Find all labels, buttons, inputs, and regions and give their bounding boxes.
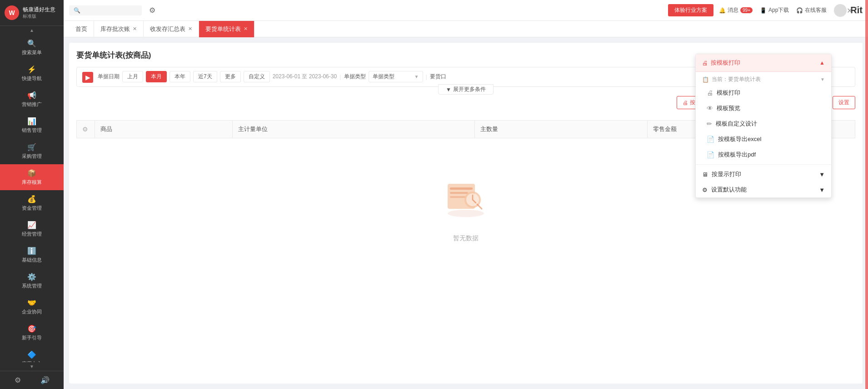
- type-select[interactable]: 单据类型 ▼: [369, 71, 423, 82]
- filter-expand-arrow[interactable]: ▶: [82, 72, 93, 83]
- app-logo-icon: W: [5, 5, 19, 20]
- search-icon: 🔍: [27, 39, 36, 48]
- system-icon: ⚙️: [27, 273, 36, 281]
- tpd-header-left: 🖨 按模板打印: [702, 59, 740, 67]
- tpd-header[interactable]: 🖨 按模板打印 ▲: [696, 54, 831, 72]
- date-custom[interactable]: 自定义: [244, 71, 270, 82]
- svg-line-7: [477, 204, 482, 209]
- col-quantity: 主数量: [475, 121, 648, 138]
- date-more[interactable]: 更多: [220, 71, 241, 82]
- tpd-display-icon: 🖥: [702, 171, 708, 178]
- col-settings[interactable]: ⚙: [77, 121, 95, 138]
- date-7days[interactable]: 近7天: [193, 71, 217, 82]
- topbar-search[interactable]: 🔍: [69, 5, 142, 15]
- tpd-current-icon: 📋: [702, 76, 709, 83]
- select-arrow-icon: ▼: [414, 74, 419, 79]
- tab-receipt-summary[interactable]: 收发存汇总表 ✕: [144, 21, 199, 37]
- notification-badge: 99+: [740, 7, 753, 13]
- sidebar-scroll-down[interactable]: ▼: [0, 362, 64, 371]
- settings-btn[interactable]: 设置: [833, 96, 855, 109]
- sidebar-item-basic[interactable]: ℹ️ 基础信息: [0, 242, 64, 268]
- sidebar-bottom: ⚙ 🔊: [0, 371, 64, 389]
- date-range-display: 2023-06-01 至 2023-06-30: [273, 73, 337, 81]
- sidebar-item-marketing[interactable]: 📢 营销推广: [0, 86, 64, 112]
- gear-icon[interactable]: ⚙: [149, 6, 155, 15]
- sidebar-item-purchase[interactable]: 🛒 采购管理: [0, 138, 64, 164]
- sidebar-scroll-up[interactable]: ▲: [0, 26, 64, 35]
- marketing-icon: 📢: [27, 91, 36, 100]
- date-this-year[interactable]: 本年: [170, 71, 190, 82]
- bell-icon: 🔔: [719, 7, 726, 14]
- template-print-dropdown: 🖨 按模板打印 ▲ 📋 当前：要货单统计表 ▼ 🖨 模板打印: [695, 54, 832, 198]
- download-icon: 📱: [760, 7, 767, 14]
- sidebar-item-shortcut[interactable]: ⚡ 快捷导航: [0, 61, 64, 86]
- sidebar-item-operations[interactable]: 📈 经营管理: [0, 216, 64, 242]
- tab-home[interactable]: 首页: [69, 21, 94, 37]
- sidebar-item-sales[interactable]: 📊 销售管理: [0, 112, 64, 138]
- shortcut-icon: ⚡: [27, 65, 36, 74]
- tpd-display-print-left: 🖥 按显示打印: [702, 170, 741, 178]
- empty-illustration: [439, 175, 493, 229]
- tpd-custom-icon: ✏: [707, 120, 712, 127]
- tpd-item-template-print[interactable]: 🖨 模板打印: [696, 85, 831, 101]
- search-topbar-icon: 🔍: [74, 7, 80, 14]
- sidebar-item-apps[interactable]: 🔷 应用中心: [0, 346, 64, 362]
- svg-rect-4: [450, 196, 466, 198]
- sidebar-item-search[interactable]: 🔍 搜索菜单: [0, 35, 64, 61]
- tab-inventory-batch[interactable]: 库存批次账 ✕: [94, 21, 144, 37]
- maximize-window-icon[interactable]: ⛶: [855, 6, 863, 15]
- tpd-printer-icon: 🖨: [702, 60, 708, 66]
- tpd-display-arrow: ▼: [819, 171, 825, 178]
- tpd-item-template-custom[interactable]: ✏ 模板自定义设计: [696, 116, 831, 131]
- close-window-icon[interactable]: ✕: [847, 6, 853, 15]
- tpd-collapse-icon: ▲: [819, 60, 825, 66]
- inventory-icon: 📦: [27, 169, 36, 177]
- tpd-item-template-preview[interactable]: 👁 模板预览: [696, 101, 831, 116]
- resize-handle[interactable]: [865, 0, 868, 389]
- notifications-btn[interactable]: 🔔 消息 99+: [719, 6, 753, 14]
- sales-icon: 📊: [27, 117, 36, 126]
- tpd-display-print-row[interactable]: 🖥 按显示打印 ▼: [696, 167, 831, 182]
- finance-icon: 💰: [27, 195, 36, 203]
- apps-icon: 🔷: [27, 350, 36, 359]
- app-download-btn[interactable]: 📱 App下载: [760, 6, 789, 14]
- tpd-print-icon: 🖨: [707, 89, 713, 96]
- date-last-month[interactable]: 上月: [122, 71, 143, 82]
- date-this-month[interactable]: 本月: [146, 71, 167, 82]
- close-tab-receipt-summary[interactable]: ✕: [188, 26, 192, 32]
- window-controls: ✕ ⛶: [847, 6, 863, 15]
- avatar: [834, 4, 847, 17]
- table-settings-icon[interactable]: ⚙: [82, 126, 88, 133]
- empty-text: 暂无数据: [453, 234, 479, 242]
- svg-rect-2: [450, 187, 473, 190]
- tpd-divider1: [696, 164, 831, 165]
- close-tab-inventory-batch[interactable]: ✕: [133, 26, 137, 32]
- tpd-item-template-excel[interactable]: 📄 按模板导出excel: [696, 131, 831, 147]
- tpd-default-func-row[interactable]: ⚙ 设置默认功能 ▼: [696, 182, 831, 197]
- basic-icon: ℹ️: [27, 247, 36, 255]
- industry-btn[interactable]: 体验行业方案: [668, 4, 713, 16]
- collab-icon: 🤝: [27, 298, 36, 307]
- sidebar-item-system[interactable]: ⚙️ 系统管理: [0, 268, 64, 294]
- settings-bottom-icon[interactable]: ⚙: [15, 376, 21, 384]
- col-unit: 主计量单位: [232, 121, 475, 138]
- main-area: 🔍 ⚙ 体验行业方案 🔔 消息 99+ 📱 App下载 🎧 在线客服 Rit: [64, 0, 868, 389]
- svg-point-0: [448, 210, 484, 217]
- sound-icon[interactable]: 🔊: [40, 376, 50, 384]
- filter-separator2: |: [426, 73, 427, 80]
- tab-order-stats[interactable]: 要货单统计表 ✕: [199, 21, 254, 37]
- expand-conditions-btn[interactable]: ▼ 展开更多条件: [438, 84, 494, 95]
- sidebar: W 畅康通好生意 标准版 ▲ 🔍 搜索菜单 ⚡ 快捷导航 📢 营销推广 📊 销售…: [0, 0, 64, 389]
- purchase-icon: 🛒: [27, 143, 36, 152]
- service-icon: 🎧: [796, 7, 803, 14]
- sidebar-item-inventory[interactable]: 📦 库存核算: [0, 164, 64, 190]
- topbar: 🔍 ⚙ 体验行业方案 🔔 消息 99+ 📱 App下载 🎧 在线客服 Rit: [64, 0, 868, 21]
- customer-service-btn[interactable]: 🎧 在线客服: [796, 6, 827, 14]
- close-tab-order-stats[interactable]: ✕: [244, 26, 248, 32]
- sidebar-item-collab[interactable]: 🤝 企业协同: [0, 294, 64, 320]
- sidebar-item-guide[interactable]: 🎯 新手引导: [0, 320, 64, 346]
- order-status-label: 要货口: [430, 73, 446, 81]
- sidebar-item-finance[interactable]: 💰 资金管理: [0, 190, 64, 216]
- tpd-item-template-pdf[interactable]: 📄 按模板导出pdf: [696, 147, 831, 162]
- tabs-bar: 首页 库存批次账 ✕ 收发存汇总表 ✕ 要货单统计表 ✕: [64, 21, 868, 37]
